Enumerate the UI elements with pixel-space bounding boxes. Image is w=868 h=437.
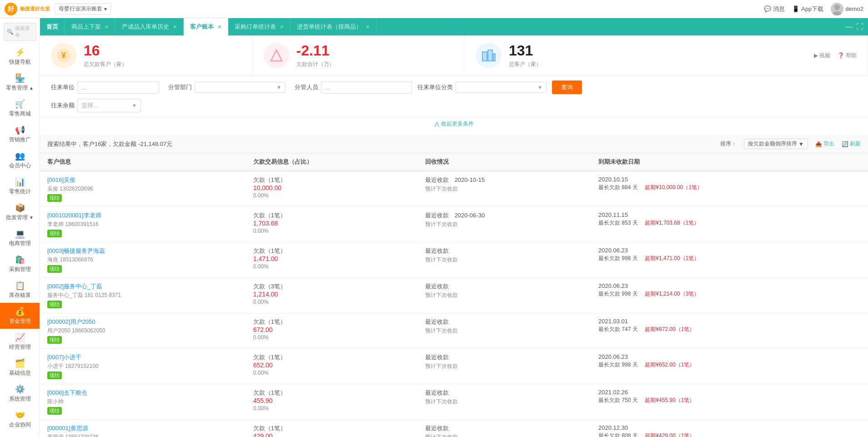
user-profile[interactable]: demo2 xyxy=(831,3,863,15)
last-collection-label-0: 最近收款 2020-10-15 xyxy=(425,176,584,184)
tab-max-icon[interactable]: ⛶ xyxy=(856,23,863,31)
next-collection-2: 预计下次收款 xyxy=(425,256,584,264)
customer-name-4[interactable]: [000002]用户2050 xyxy=(47,318,239,326)
debt-amount-2[interactable]: 1,471.00 xyxy=(253,255,411,262)
tab-purchase-order-stats-close-icon[interactable]: ✕ xyxy=(280,24,284,30)
customer-name-6[interactable]: [0006]去下粮仓 xyxy=(47,389,239,397)
sort-dropdown[interactable]: 按欠款金额倒序排序 ▼ xyxy=(744,139,808,149)
tab-home[interactable]: 首页 xyxy=(40,18,65,35)
retail-mall-label: 零售商城 xyxy=(9,110,31,118)
person-label: 分管人员 xyxy=(291,83,318,91)
stat-total-customers-value: 131 xyxy=(509,43,542,59)
tab-inbound-stats-close-icon[interactable]: ✕ xyxy=(366,24,370,30)
overdue-days-7: 最长欠款 808 天 xyxy=(598,432,643,437)
sidebar-item-marketing[interactable]: 📢 营销推广 xyxy=(0,121,40,147)
sidebar-item-retail-mgmt[interactable]: 🏪 零售管理 ▲ xyxy=(0,70,40,95)
customer-name-2[interactable]: [0003]畅捷服务尹海蕊 xyxy=(47,247,239,255)
next-collection-6: 预计下次收款 xyxy=(425,398,584,406)
customer-name-3[interactable]: [0002]服务中心_丁磊 xyxy=(47,282,239,291)
sidebar-item-finance[interactable]: 💰 资金管理 xyxy=(0,303,40,329)
overdue-amount-3[interactable]: 超期¥1,214.00（3笔） xyxy=(645,291,699,297)
tab-bar-controls: — ⛶ xyxy=(845,23,868,31)
stat-debt-amount-label: 欠款合计（万） xyxy=(296,60,335,68)
debt-amount-5[interactable]: 652.00 xyxy=(253,362,411,369)
filter-collapse-btn[interactable]: ⋀ 收起更多条件 xyxy=(47,117,861,131)
debt-amount-6[interactable]: 455.90 xyxy=(253,397,411,404)
logo-icon: 好 xyxy=(5,3,17,15)
stat-total-customers: 131 总客户（家） ▶ 视频 ❓ 帮助 xyxy=(465,35,868,75)
overdue-amount-6[interactable]: 超期¥455.90（1笔） xyxy=(645,397,695,403)
sidebar-item-system[interactable]: ⚙️ 系统管理 xyxy=(0,381,40,407)
tab-purchase-order-stats[interactable]: 采购订单统计表 ✕ xyxy=(228,18,291,35)
marketing-icon: 📢 xyxy=(15,125,25,135)
dept-arrow-icon: ▼ xyxy=(276,85,281,90)
cell-due-date-2: 2020.06.23 最长欠款 998 天 超期¥1,471.00（1笔） xyxy=(591,242,868,278)
dept-input[interactable]: ▼ xyxy=(195,82,286,93)
tab-inbound-stats[interactable]: 进货单统计表（按商品） ✕ xyxy=(291,18,376,35)
tab-inbound-history[interactable]: 产成品入库单历史 ✕ xyxy=(115,18,184,35)
due-date-4: 2021.03.01 xyxy=(598,318,861,325)
message-btn[interactable]: 💬 消息 xyxy=(764,5,785,13)
overdue-amount-1[interactable]: 超期¥1,703.68（1笔） xyxy=(645,220,699,226)
customer-name-0[interactable]: [0016]吴俊 xyxy=(47,176,239,184)
customer-name-7[interactable]: [000001]黄思源 xyxy=(47,424,239,432)
from-unit-placeholder: ... xyxy=(81,84,86,91)
person-input[interactable]: ... xyxy=(321,81,412,94)
sidebar-item-retail-mall[interactable]: 🛒 零售商城 xyxy=(0,95,40,121)
wholesale-label: 批发管理 xyxy=(6,214,28,221)
refresh-btn[interactable]: 🔄 刷新 xyxy=(842,140,861,148)
sidebar-item-members[interactable]: 👥 会员中心 xyxy=(0,147,40,173)
sidebar-item-quick-nav[interactable]: ⚡ 快捷导航 xyxy=(0,44,40,70)
export-btn[interactable]: 📤 导出 xyxy=(815,140,834,148)
sidebar-search[interactable]: 🔍 搜索菜单 xyxy=(0,18,40,44)
stat-debt-customers-value: 16 xyxy=(84,43,127,59)
help-btn[interactable]: ❓ 帮助 xyxy=(838,52,857,60)
help-circle-icon: ❓ xyxy=(838,52,844,59)
debt-amount-0[interactable]: 10,000.00 xyxy=(253,184,411,191)
app-download-btn[interactable]: 📱 App下载 xyxy=(792,5,823,13)
overdue-amount-0[interactable]: 超期¥10,000.00（1笔） xyxy=(645,184,702,191)
unit-category-label: 往来单位分类 xyxy=(417,83,453,91)
debt-amount-4[interactable]: 672.00 xyxy=(253,326,411,333)
debt-amount-1[interactable]: 1,703.68 xyxy=(253,220,411,227)
debt-amount-7[interactable]: 429.00 xyxy=(253,432,411,437)
tab-customer-account-close-icon[interactable]: ✕ xyxy=(217,24,221,30)
cell-recovery-7: 最近收款 预计下次收款 xyxy=(418,420,591,437)
balance-input[interactable]: 选择... ▼ xyxy=(77,99,141,112)
sidebar-item-purchase[interactable]: 🛍️ 采购管理 xyxy=(0,251,40,277)
tab-product-listing-close-icon[interactable]: ✕ xyxy=(105,24,109,30)
video-help-btn[interactable]: ▶ 视频 xyxy=(814,52,830,60)
overdue-amount-2[interactable]: 超期¥1,471.00（1笔） xyxy=(645,255,699,261)
table-row: [0006]去下粮仓 陈小帅 现结 欠款（1笔） 455.90 0.00% 最近… xyxy=(40,384,868,420)
customer-name-5[interactable]: [0007]小进干 xyxy=(47,353,239,362)
overdue-amount-7[interactable]: 超期¥429.00（1笔） xyxy=(645,432,695,437)
sidebar-item-operations[interactable]: 📈 经营管理 xyxy=(0,329,40,355)
cell-recovery-0: 最近收款 2020-10-15 预计下次收款 xyxy=(418,171,591,207)
search-icon: 🔍 xyxy=(7,29,14,35)
industry-selector[interactable]: 母婴行业演示账套 ▾ xyxy=(55,3,111,15)
debt-label-0: 欠款（1笔） xyxy=(253,176,411,184)
sidebar-item-wholesale[interactable]: 📦 批发管理 ▼ xyxy=(0,199,40,225)
result-actions: 排序： 按欠款金额倒序排序 ▼ 📤 导出 🔄 刷新 xyxy=(720,139,861,149)
tab-product-listing[interactable]: 商品上下架 ✕ xyxy=(65,18,115,35)
tab-inbound-history-close-icon[interactable]: ✕ xyxy=(173,24,177,30)
sidebar-item-ecommerce[interactable]: 💻 电商管理 xyxy=(0,225,40,251)
debt-amount-3[interactable]: 1,214.00 xyxy=(253,291,411,298)
overdue-amount-5[interactable]: 超期¥652.00（1笔） xyxy=(645,362,695,368)
tab-min-icon[interactable]: — xyxy=(845,23,853,31)
cell-due-date-4: 2021.03.01 最长欠款 747 天 超期¥672.00（1笔） xyxy=(591,313,868,349)
customer-badge-3: 现结 xyxy=(47,301,62,308)
sidebar-item-guide[interactable]: 📖 新手引导 xyxy=(0,432,40,437)
purchase-label: 采购管理 xyxy=(9,266,31,273)
sidebar-item-retail-stats[interactable]: 📊 零售统计 xyxy=(0,173,40,199)
sidebar-item-inventory[interactable]: 📋 库存核算 xyxy=(0,277,40,303)
tab-customer-account[interactable]: 客户账本 ✕ xyxy=(184,18,228,35)
refresh-label: 刷新 xyxy=(850,140,861,148)
unit-category-input[interactable]: ▼ xyxy=(456,82,547,93)
sidebar-item-collab[interactable]: 🤝 企业协同 xyxy=(0,407,40,432)
from-unit-input[interactable]: ... xyxy=(77,81,159,94)
search-button[interactable]: 查询 xyxy=(552,80,582,94)
customer-name-1[interactable]: [0001020001]李老师 xyxy=(47,211,239,220)
overdue-amount-4[interactable]: 超期¥672.00（1笔） xyxy=(645,326,695,332)
sidebar-item-basic-info[interactable]: 🗂️ 基础信息 xyxy=(0,355,40,381)
